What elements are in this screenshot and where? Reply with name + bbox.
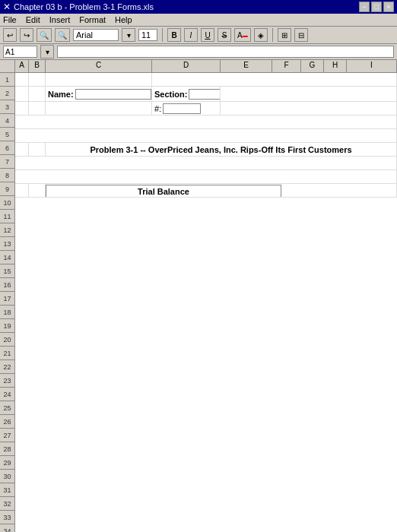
grid-row-3: #: [15, 102, 397, 116]
window-title: Chapter 03 b - Problem 3-1 Forms.xls [14, 2, 154, 11]
row-21: 21 [0, 347, 14, 360]
separator-2 [272, 28, 273, 42]
hash-input[interactable] [163, 103, 201, 114]
grid-row-6: Problem 3-1 -- OverPriced Jeans, Inc. Ri… [15, 143, 397, 157]
row-3: 3 [0, 100, 14, 114]
grid-row-8 [15, 170, 397, 184]
cell-9a[interactable] [15, 184, 29, 197]
minimize-button[interactable]: − [359, 2, 370, 12]
row-27: 27 [0, 429, 14, 442]
menu-format[interactable]: Format [79, 15, 106, 24]
spreadsheet-body: 1 2 3 4 5 6 7 8 9 10 11 12 13 14 15 16 1… [0, 73, 397, 532]
cell-9b[interactable] [29, 184, 46, 197]
formula-dropdown[interactable]: ▾ [40, 45, 54, 59]
maximize-button[interactable]: □ [371, 2, 382, 12]
search-button[interactable]: 🔍 [37, 28, 52, 42]
menu-file[interactable]: File [3, 15, 17, 24]
row-31: 31 [0, 483, 14, 497]
col-header-e[interactable]: E [221, 60, 272, 72]
trial-balance-box: Trial Balance Account Name Debit Credit … [46, 185, 281, 197]
row-22: 22 [0, 360, 14, 374]
col-header-i[interactable]: I [347, 60, 397, 72]
row-24: 24 [0, 388, 14, 401]
cell-1a[interactable] [15, 73, 29, 86]
col-header-h[interactable]: H [324, 60, 347, 72]
row-9: 9 [0, 182, 14, 196]
cell-3c[interactable] [46, 102, 152, 115]
section-input[interactable] [189, 89, 221, 100]
row-6: 6 [0, 141, 14, 155]
close-button[interactable]: × [383, 2, 394, 12]
row-13: 13 [0, 237, 14, 251]
col-header-c[interactable]: C [46, 60, 152, 72]
row-17: 17 [0, 292, 14, 306]
name-input[interactable] [75, 89, 151, 100]
cell-1c[interactable] [46, 73, 152, 86]
row-34: 34 [0, 524, 14, 532]
cell-3e[interactable] [221, 102, 397, 115]
toolbar: ↩ ↪ 🔍 🔍 ▾ B I U S A▬ ◈ ⊞ ⊟ [0, 27, 397, 44]
strikethrough-button[interactable]: S [218, 28, 231, 42]
cell-3d[interactable]: #: [152, 102, 221, 115]
col-header-a[interactable]: A [15, 60, 29, 72]
section-label: Section: [154, 90, 187, 99]
row-2: 2 [0, 87, 14, 100]
cell-2d[interactable]: Section: [152, 87, 221, 101]
cell-1b[interactable] [29, 73, 46, 86]
col-header-d[interactable]: D [152, 60, 221, 72]
cell-6a[interactable] [15, 143, 29, 156]
formula-input[interactable] [57, 46, 394, 58]
app-icon: ✕ [3, 2, 11, 12]
cell-2a[interactable] [15, 87, 29, 101]
underline-button[interactable]: U [201, 28, 214, 42]
row-1: 1 [0, 73, 14, 87]
cell-6b[interactable] [29, 143, 46, 156]
problem-title: Problem 3-1 -- OverPriced Jeans, Inc. Ri… [46, 143, 397, 156]
row-18: 18 [0, 306, 14, 319]
row-26: 26 [0, 415, 14, 429]
menu-insert[interactable]: Insert [49, 15, 71, 24]
grid-row-5 [15, 129, 397, 143]
cell-2e[interactable] [221, 87, 397, 101]
highlight-button[interactable]: ◈ [254, 28, 268, 42]
font-name-input[interactable] [73, 29, 119, 41]
font-color-button[interactable]: A▬ [234, 28, 251, 42]
redo-button[interactable]: ↪ [20, 28, 33, 42]
cell-2b[interactable] [29, 87, 46, 101]
col-header-g[interactable]: G [301, 60, 324, 72]
hash-label: #: [154, 104, 161, 113]
menu-help[interactable]: Help [115, 15, 132, 24]
separator-1 [162, 28, 163, 42]
cell-7[interactable] [15, 157, 397, 169]
cell-5[interactable] [15, 129, 397, 142]
corner-cell [0, 60, 15, 72]
grid-row-9: Trial Balance Account Name Debit Credit … [15, 184, 397, 198]
row-32: 32 [0, 497, 14, 511]
undo-button[interactable]: ↩ [3, 28, 17, 42]
cell-8[interactable] [15, 170, 397, 183]
grid-button[interactable]: ⊞ [278, 28, 291, 42]
row-28: 28 [0, 442, 14, 456]
grid2-button[interactable]: ⊟ [294, 28, 308, 42]
italic-button[interactable]: I [184, 28, 198, 42]
cell-1d[interactable] [152, 73, 397, 86]
row-19: 19 [0, 319, 14, 333]
bold-button[interactable]: B [167, 28, 181, 42]
cell-4[interactable] [15, 116, 397, 128]
font-size-dropdown[interactable]: ▾ [122, 28, 135, 42]
formula-bar: ▾ [0, 44, 397, 60]
cell-reference[interactable] [3, 46, 37, 58]
col-header-b[interactable]: B [29, 60, 46, 72]
trial-balance-title: Trial Balance [46, 185, 281, 197]
row-15: 15 [0, 264, 14, 278]
row-8: 8 [0, 169, 14, 182]
spreadsheet-window: ✕ Chapter 03 b - Problem 3-1 Forms.xls −… [0, 0, 397, 532]
font-size-input[interactable] [138, 29, 157, 41]
cell-2c[interactable]: Name: [46, 87, 152, 101]
cell-3b[interactable] [29, 102, 46, 115]
search2-button[interactable]: 🔍 [55, 28, 70, 42]
cell-3a[interactable] [15, 102, 29, 115]
col-header-f[interactable]: F [272, 60, 301, 72]
row-5: 5 [0, 128, 14, 141]
menu-edit[interactable]: Edit [26, 15, 40, 24]
